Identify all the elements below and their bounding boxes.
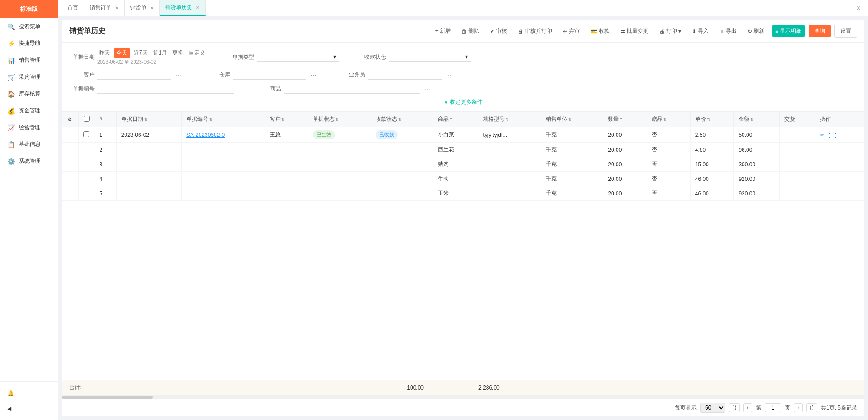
row-doc-no[interactable]: SA-20230602-0 [181, 127, 265, 143]
col-amount[interactable]: 金额⇅ [734, 112, 779, 127]
goods-label: 商品 [256, 85, 281, 93]
query-button[interactable]: 查询 [809, 25, 831, 37]
export-button[interactable]: ⬆ 导出 [716, 25, 740, 37]
col-doc-status[interactable]: 单据状态⇅ [308, 112, 371, 127]
filter-collapse[interactable]: ∧ 收起更多条件 [69, 98, 857, 106]
sidebar-item-sys-mgmt[interactable]: ⚙️ 系统管理 [0, 153, 58, 170]
goods-input[interactable] [284, 84, 420, 94]
col-price[interactable]: 单价⇅ [690, 112, 734, 127]
salesperson-more-icon[interactable]: ··· [444, 71, 453, 79]
select-all-checkbox[interactable] [84, 116, 90, 122]
setting-button[interactable]: 设置 [834, 25, 857, 38]
sidebar-item-inventory[interactable]: 🏠 库存核算 [0, 85, 58, 102]
col-unit[interactable]: 销售单位⇅ [541, 112, 603, 127]
row-actions[interactable]: ✏⋮⋮ [815, 127, 864, 143]
col-goods[interactable]: 商品⇅ [433, 112, 478, 127]
row-check[interactable] [78, 127, 95, 143]
row-check[interactable] [78, 157, 95, 172]
more-action[interactable]: ⋮⋮ [827, 131, 838, 138]
tab-delivery-history[interactable]: 销货单历史 ✕ [160, 0, 206, 16]
refresh-button[interactable]: ↻ 刷新 [744, 25, 768, 37]
edit-action[interactable]: ✏ [820, 131, 825, 138]
tab-delivery[interactable]: 销货单 ✕ [125, 0, 160, 16]
sidebar-item-search-menu[interactable]: 🔍 搜索菜单 [0, 18, 58, 35]
doc-no-link[interactable]: SA-20230602-0 [186, 132, 225, 138]
col-check[interactable] [78, 112, 95, 127]
warehouse-input[interactable] [233, 70, 306, 80]
row-actions[interactable] [815, 143, 864, 157]
col-gift[interactable]: 赠品⇅ [647, 112, 691, 127]
col-payment-status[interactable]: 收款状态⇅ [371, 112, 433, 127]
doc-type-select[interactable]: ▾ [257, 52, 339, 62]
horizontal-scrollbar[interactable] [62, 395, 864, 399]
col-doc-no[interactable]: 单据编号⇅ [181, 112, 265, 127]
row-doc-no[interactable] [181, 143, 265, 157]
goods-more-icon[interactable]: ··· [423, 85, 432, 93]
page-size-select[interactable]: 50 100 200 [700, 403, 725, 413]
print-button[interactable]: 🖨 打印 ▾ [656, 25, 685, 37]
date-yesterday[interactable]: 昨天 [97, 48, 112, 58]
sidebar-item-sales-mgmt[interactable]: 📊 销售管理 [0, 52, 58, 69]
delete-button[interactable]: 🗑 删除 [458, 25, 483, 37]
new-button[interactable]: ＋ + 新增 [425, 25, 454, 37]
date-1month[interactable]: 近1月 [151, 48, 169, 58]
date-7days[interactable]: 近7天 [132, 48, 150, 58]
salesperson-input[interactable] [368, 70, 442, 80]
tab-sales-order[interactable]: 销售订单 ✕ [84, 0, 125, 16]
payment-status-select[interactable]: ▾ [389, 52, 471, 62]
sidebar-item-collapse[interactable]: ◀ [0, 401, 58, 416]
date-custom[interactable]: 自定义 [187, 48, 207, 58]
sidebar-item-label-ops-mgmt: 经营管理 [19, 124, 40, 131]
sidebar-item-quick-nav[interactable]: ⚡ 快捷导航 [0, 35, 58, 52]
warehouse-more-icon[interactable]: ··· [309, 71, 318, 79]
import-button[interactable]: ⬇ 导入 [688, 25, 712, 37]
tab-sales-order-close[interactable]: ✕ [115, 5, 119, 10]
page-number-input[interactable] [765, 403, 781, 412]
row-doc-no[interactable] [181, 157, 265, 172]
abandon-button[interactable]: ↩ 弃审 [559, 25, 583, 37]
batch-change-button[interactable]: ⇄ 批量变更 [617, 25, 652, 37]
date-more[interactable]: 更多 [171, 48, 185, 58]
sidebar-item-ops-mgmt[interactable]: 📈 经营管理 [0, 119, 58, 136]
col-no: # [95, 112, 116, 127]
row-gear[interactable] [62, 143, 78, 157]
col-customer[interactable]: 客户⇅ [265, 112, 308, 127]
sidebar-item-purchase-mgmt[interactable]: 🛒 采购管理 [0, 69, 58, 85]
row-check[interactable] [78, 172, 95, 186]
doc-no-input[interactable] [97, 84, 234, 94]
row-doc-no[interactable] [181, 172, 265, 186]
row-doc-no[interactable] [181, 186, 265, 201]
row-check[interactable] [78, 186, 95, 201]
sidebar-item-base-info[interactable]: 📋 基础信息 [0, 136, 58, 153]
col-spec[interactable]: 规格型号⇅ [478, 112, 541, 127]
row-check[interactable] [78, 143, 95, 157]
col-qty[interactable]: 数量⇅ [603, 112, 647, 127]
show-detail-button[interactable]: ≡ 显示明细 [772, 25, 805, 37]
audit-print-button[interactable]: 🖨 审核并打印 [514, 25, 556, 37]
sidebar-item-notifications[interactable]: 🔔 [0, 385, 58, 401]
last-page-button[interactable]: ⟩⟩ [806, 403, 817, 412]
col-gear[interactable]: ⚙ [62, 112, 78, 127]
col-doc-date[interactable]: 单据日期⇅ [116, 112, 181, 127]
row-checkbox[interactable] [83, 131, 89, 137]
row-gear[interactable] [62, 186, 78, 201]
tab-delivery-history-close[interactable]: ✕ [196, 5, 200, 10]
tab-delivery-close[interactable]: ✕ [150, 5, 154, 10]
row-gear[interactable] [62, 157, 78, 172]
audit-button[interactable]: ✔ 审核 [487, 25, 511, 37]
first-page-button[interactable]: ⟨⟨ [729, 403, 740, 412]
sidebar-item-finance-mgmt[interactable]: 💰 资金管理 [0, 102, 58, 119]
tab-close-all[interactable]: ✕ [853, 5, 864, 11]
row-actions[interactable] [815, 157, 864, 172]
customer-input[interactable] [97, 70, 171, 80]
collect-button[interactable]: 💳 收款 [587, 25, 613, 37]
row-gear[interactable] [62, 172, 78, 186]
date-today[interactable]: 今天 [114, 48, 130, 58]
tab-home[interactable]: 首页 [62, 0, 84, 16]
row-actions[interactable] [815, 186, 864, 201]
next-page-button[interactable]: ⟩ [794, 403, 803, 412]
prev-page-button[interactable]: ⟨ [743, 403, 752, 412]
customer-more-icon[interactable]: ··· [174, 71, 183, 79]
row-gear[interactable] [62, 127, 78, 143]
row-actions[interactable] [815, 172, 864, 186]
